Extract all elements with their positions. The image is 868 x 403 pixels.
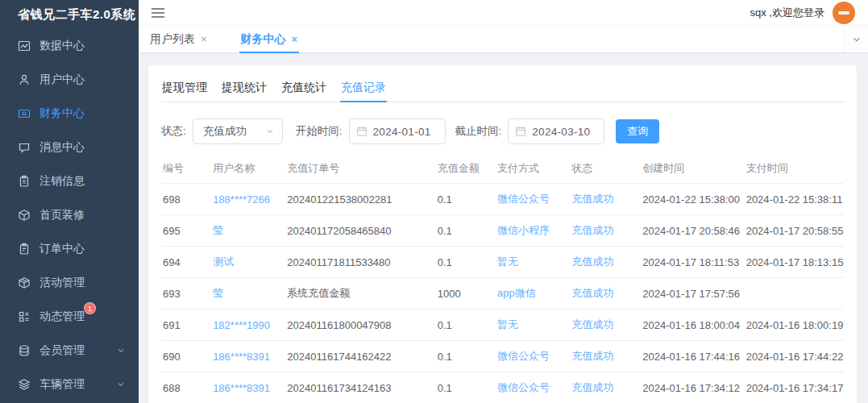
- user-icon: [18, 73, 31, 86]
- tab-label: 财务中心: [241, 32, 286, 47]
- cell-id: 688: [161, 372, 211, 403]
- cell-created_at: 2024-01-17 18:11:53: [641, 247, 744, 278]
- sidebar-item-vehicle-mgmt[interactable]: 车辆管理: [0, 368, 139, 401]
- cell-status: 充值成功: [570, 341, 641, 372]
- end-date-input[interactable]: 2024-03-10: [508, 118, 604, 144]
- cell-created_at: 2024-01-16 17:44:16: [641, 341, 744, 372]
- col-header-created-at: 创建时间: [641, 154, 744, 184]
- cell-paid_at: 2024-01-17 20:58:55: [745, 215, 844, 247]
- layers-icon: [18, 378, 31, 391]
- cell-paid_at: 2024-01-16 17:44:22: [745, 341, 844, 372]
- calendar-icon: [515, 126, 526, 137]
- cell-order_no: 202401172058465840: [285, 215, 435, 247]
- window-tabs-bar: 用户列表 财务中心: [139, 26, 868, 53]
- cell-status: 充值成功: [570, 278, 641, 310]
- cell-paid_at: 2024-01-16 18:00:19: [745, 310, 844, 341]
- sidebar-item-label: 首页装修: [39, 208, 85, 222]
- cell-pay_method: app微信: [496, 278, 570, 310]
- hamburger-menu-icon[interactable]: [150, 6, 166, 19]
- money-icon: [18, 107, 31, 120]
- sidebar-item-label: 财务中心: [39, 106, 85, 121]
- tab-withdraw-stats[interactable]: 提现统计: [221, 73, 268, 102]
- cell-status: 充值成功: [570, 372, 641, 403]
- table-row: 688186****83912024011617341241630.1微信公众号…: [161, 372, 844, 403]
- cell-user[interactable]: 测试: [211, 247, 285, 278]
- content-area: 提现管理 提现统计 充值统计 充值记录 状态: 充值成功 开始时间:: [139, 54, 868, 403]
- sidebar-item-label: 订单中心: [39, 242, 85, 256]
- sidebar: 省钱兄二手车2.0系统 数据中心 用户中心 财务中心: [0, 0, 139, 403]
- avatar[interactable]: [833, 2, 855, 24]
- col-header-user: 用户名称: [211, 154, 285, 184]
- table-body: 698188****72662024012215380022810.1微信公众号…: [161, 184, 844, 403]
- sidebar-item-data-center[interactable]: 数据中心: [0, 29, 139, 63]
- sidebar-item-finance-center[interactable]: 财务中心: [0, 97, 139, 131]
- col-header-pay-method: 支付方式: [496, 154, 570, 184]
- user-area: sqx ,欢迎您登录: [750, 2, 855, 24]
- feed-icon: [18, 310, 31, 323]
- col-header-id: 编号: [161, 154, 211, 184]
- cell-user[interactable]: 186****8391: [211, 372, 285, 403]
- app-window: 省钱兄二手车2.0系统 数据中心 用户中心 财务中心: [0, 0, 868, 403]
- start-date-value: 2024-01-01: [373, 126, 431, 138]
- sidebar-item-home-decor[interactable]: 首页装修: [0, 198, 139, 232]
- tab-label: 用户列表: [150, 32, 195, 47]
- close-icon[interactable]: [201, 34, 207, 44]
- welcome-text: sqx ,欢迎您登录: [750, 6, 824, 20]
- status-select[interactable]: 充值成功: [193, 118, 283, 144]
- col-header-amount: 充值金额: [436, 154, 496, 184]
- cell-status: 充值成功: [570, 215, 641, 247]
- col-header-order-no: 充值订单号: [285, 154, 435, 184]
- sidebar-item-member-mgmt[interactable]: 会员管理: [0, 334, 139, 368]
- cell-user[interactable]: 186****8391: [211, 341, 285, 372]
- close-icon[interactable]: [292, 34, 298, 44]
- search-button[interactable]: 查询: [616, 119, 659, 143]
- window-tab-finance-center[interactable]: 财务中心: [241, 26, 298, 52]
- box-icon: [18, 276, 31, 289]
- cell-amount: 0.1: [436, 247, 496, 278]
- tab-recharge-stats[interactable]: 充值统计: [280, 73, 327, 102]
- sidebar-item-dynamic-mgmt[interactable]: 动态管理1: [0, 300, 139, 334]
- sidebar-item-logout-info[interactable]: 注销信息: [0, 164, 139, 198]
- cell-status: 充值成功: [570, 184, 641, 215]
- cell-user[interactable]: 莹: [211, 278, 285, 310]
- cell-order_no: 202401171811533480: [285, 247, 435, 278]
- app-title: 省钱兄二手车2.0系统: [0, 0, 139, 29]
- tabs-dropdown-button[interactable]: [844, 26, 868, 52]
- start-date-input[interactable]: 2024-01-01: [349, 118, 446, 144]
- table-row: 698188****72662024012215380022810.1微信公众号…: [161, 184, 844, 215]
- cell-order_no: 系统充值金额: [285, 278, 435, 310]
- recharge-table: 编号 用户名称 充值订单号 充值金额 支付方式 状态 创建时间 支付时间 698…: [161, 154, 844, 403]
- cell-paid_at: [745, 278, 844, 310]
- cell-order_no: 202401161744162422: [285, 341, 435, 372]
- window-tab-user-list[interactable]: 用户列表: [150, 26, 207, 52]
- sidebar-item-label: 动态管理1: [39, 310, 85, 324]
- sidebar-item-label: 活动管理: [39, 276, 85, 290]
- cell-paid_at: 2024-01-16 17:34:17: [745, 372, 844, 403]
- tab-withdraw-mgmt[interactable]: 提现管理: [161, 73, 208, 102]
- cell-user[interactable]: 莹: [211, 215, 285, 247]
- sidebar-item-label: 用户中心: [39, 73, 85, 87]
- main-area: sqx ,欢迎您登录 用户列表 财务中心 提现管理 提现统计: [139, 0, 868, 403]
- sidebar-item-message-center[interactable]: 消息中心: [0, 131, 139, 164]
- cell-user[interactable]: 188****7266: [211, 184, 285, 215]
- cell-id: 690: [161, 341, 211, 372]
- cell-user[interactable]: 182****1990: [211, 310, 285, 341]
- table-row: 693莹系统充值金额1000app微信充值成功2024-01-17 17:57:…: [161, 278, 844, 310]
- cell-amount: 1000: [436, 278, 496, 310]
- chevron-down-icon: [116, 380, 126, 389]
- cell-created_at: 2024-01-17 17:57:56: [641, 278, 744, 310]
- cell-amount: 0.1: [436, 310, 496, 341]
- col-header-paid-at: 支付时间: [745, 154, 844, 184]
- top-bar: sqx ,欢迎您登录: [139, 0, 868, 26]
- cell-id: 694: [161, 247, 211, 278]
- content-card: 提现管理 提现统计 充值统计 充值记录 状态: 充值成功 开始时间:: [148, 65, 857, 403]
- chevron-down-icon: [265, 127, 275, 136]
- cell-amount: 0.1: [436, 215, 496, 247]
- cell-created_at: 2024-01-22 15:38:00: [641, 184, 744, 215]
- sidebar-item-activity-mgmt[interactable]: 活动管理: [0, 266, 139, 300]
- tab-recharge-records[interactable]: 充值记录: [340, 73, 387, 102]
- sidebar-item-label: 注销信息: [39, 174, 85, 189]
- sidebar-item-order-center[interactable]: 订单中心: [0, 232, 139, 266]
- cell-amount: 0.1: [436, 184, 496, 215]
- sidebar-item-user-center[interactable]: 用户中心: [0, 63, 139, 97]
